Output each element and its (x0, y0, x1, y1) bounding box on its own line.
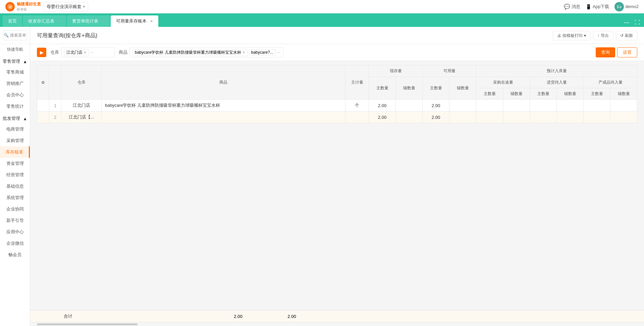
col-purchased-main: 主数量 (476, 88, 503, 100)
table-row: 1 江北门店 babycare学饮杯 儿童防摔防撞吸管杯重力球吸嘴杯宝宝水杯 个… (37, 100, 637, 111)
query-button[interactable]: 查询 (596, 47, 615, 57)
row1-avail-aux (449, 100, 476, 111)
sidebar-section-wholesale[interactable]: 批发管理 ▲ (0, 112, 30, 124)
row2-purchased-main (476, 111, 503, 123)
tab-receive-summary-close[interactable]: ✕ (58, 19, 61, 24)
sidebar-item-inventory[interactable]: 库存核算 (0, 146, 30, 158)
sidebar-item-member[interactable]: 畅会员 (0, 249, 30, 261)
tab-available-stock-close[interactable]: ✕ (150, 19, 153, 24)
sidebar-item-wechat[interactable]: 企业微信 (0, 238, 30, 249)
product-tag-1-remove[interactable]: ✕ (242, 50, 245, 55)
search-menu-button[interactable]: 🔍 搜索菜单 (3, 30, 27, 40)
row2-current-main: 2.00 (369, 111, 396, 123)
mobile-icon: 📱 (586, 4, 591, 9)
tab-actions: — ⛶ (623, 18, 641, 27)
tab-available-stock[interactable]: 可用量库存账本 ✕ (111, 15, 158, 27)
warehouse-filter-group: 仓库 江北门店 ✕ ··· (50, 47, 115, 57)
tab-home[interactable]: 首页 (3, 15, 22, 27)
col-purchased-aux: 辅数量 (503, 88, 530, 100)
sidebar-item-finance[interactable]: 资金管理 (0, 158, 30, 169)
message-button[interactable]: 💬 消息 (564, 4, 580, 10)
filter-actions: 查询 设置 (596, 47, 637, 57)
table-row: 2 江北门店【... 2.00 2.00 (37, 111, 637, 123)
tab-order-stats-label: 要货单统计表 (72, 18, 98, 24)
footer-label: 合计 (37, 313, 91, 319)
row1-finished-aux (610, 100, 637, 111)
row1-current-aux (396, 100, 423, 111)
tab-order-stats-close[interactable]: ✕ (102, 19, 105, 24)
row1-purchased-aux (503, 100, 530, 111)
sidebar-item-retail-store[interactable]: 零售商城 (0, 66, 30, 78)
row1-unit: 个 (345, 100, 369, 111)
warehouse-tag-remove[interactable]: ✕ (84, 50, 87, 55)
product-more[interactable]: ··· (277, 50, 280, 55)
sidebar-item-basic-info[interactable]: 基础信息 (0, 181, 30, 192)
sidebar-item-enterprise[interactable]: 企业协同 (0, 203, 30, 215)
search-icon: 🔍 (4, 33, 9, 38)
sidebar-item-ecommerce[interactable]: 电商管理 (0, 124, 30, 135)
col-finished-aux: 辅数量 (610, 88, 637, 100)
col-finished-pending-header: 产成品待入量 (584, 77, 637, 88)
maximize-button[interactable]: ⛶ (633, 18, 641, 27)
sidebar-search-area: 🔍 搜索菜单 (0, 27, 30, 44)
col-current-main-header: 主数量 (369, 77, 396, 100)
col-inbound-pending-header: 进货待入量 (530, 77, 584, 88)
row1-warehouse: 江北门店 (61, 100, 102, 111)
row2-product (102, 111, 345, 123)
sidebar-item-purchase[interactable]: 采购管理 (0, 135, 30, 146)
nav-tabs: 首页 收发存汇总表 ✕ 要货单统计表 ✕ 可用量库存账本 ✕ — ⛶ (0, 13, 644, 27)
page-title: 可用量查询(按仓库+商品) (37, 32, 97, 39)
user-menu[interactable]: Ea demo2 (614, 2, 639, 11)
product-tag-1: babycare学饮杯 儿童防摔防撞吸管杯重力球吸嘴杯宝宝水杯 ✕ (132, 49, 248, 56)
sidebar-item-operations[interactable]: 经营管理 (0, 169, 30, 181)
chevron-down-icon-2: ▲ (23, 116, 27, 121)
sidebar-item-marketing[interactable]: 营销推广 (0, 78, 30, 89)
sidebar-item-retail-stats[interactable]: 零售统计 (0, 101, 30, 112)
col-purchased-transit-header: 采购在途量 (476, 77, 530, 88)
col-settings-header[interactable]: ⚙ (37, 65, 49, 100)
row2-inbound-aux (557, 111, 584, 123)
row1-current-main: 2.00 (369, 100, 396, 111)
col-product-header: 商品 (102, 65, 345, 100)
horizontal-scrollbar[interactable] (37, 323, 138, 325)
sidebar-item-quick-nav[interactable]: 快捷导航 (0, 44, 30, 55)
product-label: 商品 (119, 49, 127, 55)
svg-text:财: 财 (9, 5, 12, 9)
refresh-button[interactable]: ↺ 刷新 (616, 31, 637, 40)
filter-toggle-button[interactable]: ▶ (37, 48, 46, 57)
sidebar-section-retail[interactable]: 零售管理 ▲ (0, 55, 30, 66)
warehouse-label: 仓库 (50, 49, 59, 55)
tab-home-label: 首页 (8, 18, 17, 24)
tab-receive-summary-label: 收发存汇总表 (28, 18, 54, 24)
row1-inbound-main (530, 100, 557, 111)
sidebar-item-app-center[interactable]: 应用中心 (0, 226, 30, 238)
warehouse-input[interactable]: 江北门店 ✕ ··· (61, 47, 115, 57)
app-download-button[interactable]: 📱 App下载 (586, 4, 609, 10)
tab-order-stats[interactable]: 要货单统计表 ✕ (67, 15, 110, 27)
export-button[interactable]: ↑ 导出 (593, 31, 613, 40)
sidebar-item-member-center[interactable]: 会员中心 (0, 89, 30, 101)
row2-avail-main: 2.00 (423, 111, 449, 123)
table-footer: 合计 2.00 2.00 (30, 310, 644, 322)
chevron-down-icon-3: ▾ (584, 33, 586, 38)
col-available-header: 可用量 (423, 65, 476, 77)
settings-button[interactable]: 设置 (617, 47, 637, 57)
sidebar: 🔍 搜索菜单 快捷导航 零售管理 ▲ 零售商城 营销推广 会员中心 零售统计 批… (0, 27, 30, 326)
col-unit-header: 主计量 (345, 65, 369, 100)
col-current-aux-header: 辅数量 (396, 77, 423, 100)
row1-settings (37, 100, 49, 111)
product-input[interactable]: babycare学饮杯 儿童防摔防撞吸管杯重力球吸嘴杯宝宝水杯 ✕ babyca… (129, 47, 283, 57)
warehouse-more[interactable]: ··· (90, 50, 94, 55)
sidebar-item-system[interactable]: 系统管理 (0, 192, 30, 203)
product-filter-group: 商品 babycare学饮杯 儿童防摔防撞吸管杯重力球吸嘴杯宝宝水杯 ✕ bab… (119, 47, 283, 57)
row1-inbound-aux (557, 100, 584, 111)
org-selector[interactable]: 母婴行业演示账套 ▾ (44, 2, 88, 11)
row1-avail-main: 2.00 (423, 100, 449, 111)
top-bar-left: 财 畅捷通好生意 标准版 母婴行业演示账套 ▾ (5, 1, 88, 12)
sidebar-item-newbie[interactable]: 新手引导 (0, 215, 30, 226)
content-area: 可用量查询(按仓库+商品) 🖨 按模板打印 ▾ ↑ 导出 ↺ 刷新 (30, 27, 644, 326)
print-template-button[interactable]: 🖨 按模板打印 ▾ (553, 31, 590, 40)
row2-num: 2 (49, 111, 61, 123)
minimize-button[interactable]: — (623, 18, 631, 27)
tab-receive-summary[interactable]: 收发存汇总表 ✕ (23, 15, 66, 27)
